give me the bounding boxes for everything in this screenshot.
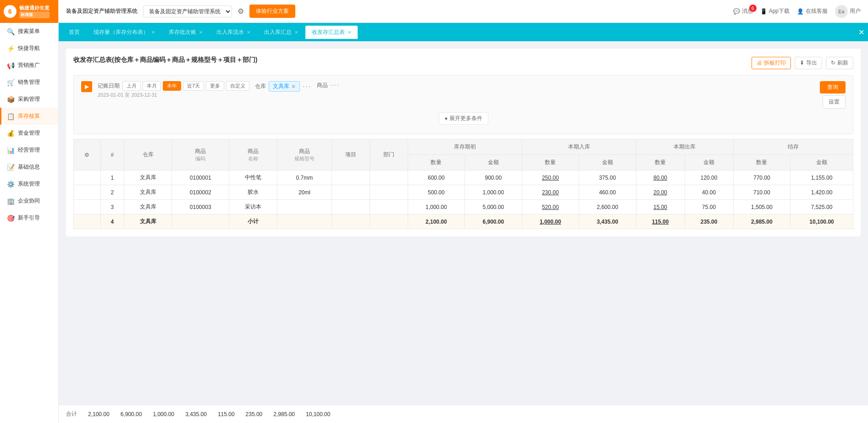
th-close-amt: 金额 [791,155,853,170]
filter-settings-btn[interactable]: 设置 [823,95,846,109]
th-out-amt: 金额 [685,155,733,170]
subtotal-close-amt: 10,100.00 [791,214,853,229]
warehouse-tag-remove[interactable]: ✕ [291,83,296,90]
th-open-qty: 数量 [408,155,464,170]
row1-in-qty[interactable]: 250.00 [522,170,579,185]
quick-icon: ⚡ [7,45,14,52]
row3-out-qty[interactable]: 15.00 [636,200,685,214]
message-action[interactable]: 💬 消息 6 [733,7,753,15]
th-settings[interactable]: ⚙ [74,139,101,170]
filter-area: ▶ 记账日期 上月 本月 本年 近7天 更多 自定义 [73,75,853,134]
row3-name: 采访本 [229,200,277,214]
tab-home-label: 首页 [69,28,80,36]
row1-out-qty[interactable]: 80.00 [636,170,685,185]
app-download-action[interactable]: 📱 App下载 [760,7,790,15]
goods-filter-label: 商品 [317,82,328,89]
refresh-btn[interactable]: ↻ 刷新 [826,57,853,69]
subtotal-settings [74,214,101,229]
row3-in-qty[interactable]: 520.00 [522,200,579,214]
tab-stock-dist[interactable]: 现存量（库存分布表） ✕ [87,26,161,39]
row1-index: 1 [100,170,124,185]
date-btn-more[interactable]: 更多 [206,81,224,91]
date-btn-last-month[interactable]: 上月 [122,81,141,91]
warehouse-filter-label: 仓库 [255,82,266,90]
subtotal-open-qty: 2,100.00 [408,214,464,229]
tab-home[interactable]: 首页 [62,26,86,39]
tab-inout-summary-close[interactable]: ✕ [294,30,298,35]
tab-recv-send-close[interactable]: ✕ [348,30,351,35]
sidebar-item-operations[interactable]: 📊 经营管理 [0,142,58,159]
sidebar-item-search[interactable]: 🔍 搜索菜单 [0,23,58,40]
sidebar-item-sales[interactable]: 🛒 销售管理 [0,74,58,91]
experience-btn[interactable]: 体验行业方案 [249,5,295,18]
sidebar-item-finance[interactable]: 💰 资金管理 [0,125,58,142]
sidebar-item-inventory[interactable]: 📋 库存核算 [0,108,58,125]
row3-out-amt: 75.00 [685,200,733,214]
tab-inout-flow-close[interactable]: ✕ [247,30,250,35]
subtotal-row: 4 文具库 小计 2,100.00 6,900.00 1,000.00 3,43… [74,214,853,229]
th-close-qty: 数量 [733,155,790,170]
enterprise-icon: 🏢 [7,198,14,205]
system-title-select[interactable]: 装备及固定资产辅助管理系统 [143,5,232,17]
tab-inout-summary[interactable]: 出入库汇总 ✕ [258,26,304,39]
settings-gear-icon[interactable]: ⚙ [238,7,244,16]
row3-project [332,200,370,214]
tab-batch[interactable]: 库存批次账 ✕ [162,26,209,39]
date-btn-this-year[interactable]: 本年 [163,81,181,91]
export-label: 导出 [806,59,817,67]
sidebar-item-marketing[interactable]: 📢 营销推广 [0,57,58,74]
tab-batch-close[interactable]: ✕ [199,30,203,35]
row1-settings [74,170,101,185]
phone-icon: 📱 [760,8,767,15]
filter-toggle-btn[interactable]: ▶ [81,81,92,92]
row1-code: 0100001 [172,170,229,185]
online-service-action[interactable]: 👤 在线客服 [797,7,828,15]
expand-btn-label: 展开更多条件 [449,115,482,122]
sidebar: 6 畅捷通好生意 标准版 🔍 搜索菜单 ⚡ 快捷导航 📢 营销推广 🛒 销售管理… [0,0,59,423]
th-warehouse: 仓库 [124,139,172,170]
date-btn-this-month[interactable]: 本月 [143,81,161,91]
tab-stock-dist-close[interactable]: ✕ [151,30,155,35]
marketing-icon: 📢 [7,62,14,69]
subtotal-warehouse: 文具库 [124,214,172,229]
sidebar-item-basic-info[interactable]: 📝 基础信息 [0,159,58,176]
row2-close-amt: 1,420.00 [791,185,853,200]
sidebar-item-purchase[interactable]: 📦 采购管理 [0,91,58,108]
expand-filter-btn[interactable]: ▾ 展开更多条件 [439,112,488,125]
tab-inout-flow[interactable]: 出入库流水 ✕ [210,26,257,39]
subtotal-index: 4 [100,214,124,229]
warehouse-more-btn[interactable]: ··· [303,82,311,91]
date-btn-7days[interactable]: 近7天 [183,81,204,91]
subtotal-code [172,214,229,229]
query-btn[interactable]: 查询 [820,81,846,93]
tabbar-close-icon[interactable]: ✕ [858,28,864,37]
goods-more-btn[interactable]: ··· [331,81,339,89]
tab-recv-send[interactable]: 收发存汇总表 ✕ [305,26,358,39]
row3-dept [370,200,408,214]
system-title: 装备及固定资产辅助管理系统 [66,7,138,15]
sidebar-item-label: 采购管理 [18,95,40,103]
export-btn[interactable]: ⬇ 导出 [795,57,822,69]
finance-icon: 💰 [7,130,14,137]
sidebar-item-enterprise[interactable]: 🏢 企业协同 [0,192,58,209]
print-label: 拆板打印 [764,59,786,67]
online-service-label: 在线客服 [806,7,828,15]
sidebar-item-quick[interactable]: ⚡ 快捷导航 [0,40,58,57]
tab-recv-send-label: 收发存汇总表 [312,28,345,36]
row2-code: 0100002 [172,185,229,200]
print-btn[interactable]: 🖨 拆板打印 [752,57,791,69]
row2-out-qty[interactable]: 20.00 [636,185,685,200]
row1-open-qty: 600.00 [408,170,464,185]
sidebar-item-newbie[interactable]: 🎯 新手引导 [0,209,58,226]
subtotal-out-amt: 235.00 [685,214,733,229]
row3-open-qty: 1,000.00 [408,200,464,214]
date-btn-custom[interactable]: 自定义 [226,81,249,91]
sidebar-item-system[interactable]: ⚙️ 系统管理 [0,176,58,192]
th-outbound-group: 本期出库 [636,139,733,155]
app-download-label: App下载 [769,7,790,15]
user-action[interactable]: Ea 用户 [835,5,861,18]
row1-open-amt: 900.00 [465,170,522,185]
row3-warehouse: 文具库 [124,200,172,214]
row3-open-amt: 5,000.00 [465,200,522,214]
row2-in-qty[interactable]: 230.00 [522,185,579,200]
